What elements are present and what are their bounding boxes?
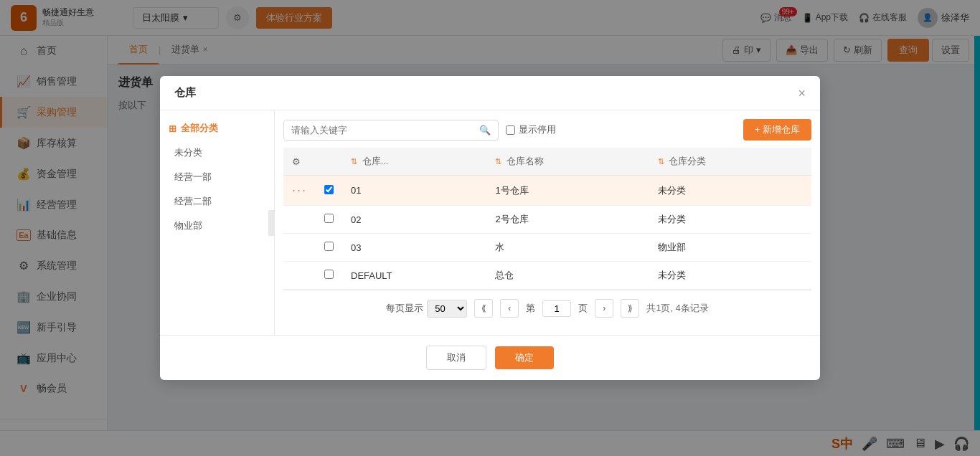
show-disabled-text: 显示停用 [519,123,556,136]
page-input[interactable] [542,300,571,317]
row-name: 水 [486,234,649,262]
category-collapse-button[interactable]: 《 [268,210,275,236]
category-grid-icon: ⊞ [169,123,176,134]
row-more-icon[interactable]: ··· [292,183,307,197]
modal-overlay[interactable]: 仓库 × ⊞ 全部分类 未分类 经营一部 经营二部 物业部 《 [0,0,980,456]
row-number: 02 [342,206,486,234]
page-prev-button[interactable]: ‹ [500,299,519,318]
table-body: ··· 01 1号仓库 未分类 02 2号仓库 未分类 03 水 物业部 [283,176,811,290]
table-row[interactable]: 02 2号仓库 未分类 [283,206,811,234]
category-all[interactable]: ⊞ 全部分类 [160,116,274,141]
page-size-dropdown[interactable]: 102050100 [427,300,467,318]
th-category[interactable]: ⇅ 仓库分类 [649,148,811,176]
th-number[interactable]: ⇅ 仓库... [342,148,486,176]
table-toolbar: 🔍 显示停用 + 新增仓库 [283,119,811,141]
modal-header: 仓库 × [160,76,820,110]
sort-number-icon: ⇅ [351,157,357,166]
page-size-label: 每页显示 [386,302,423,315]
category-item-2[interactable]: 经营二部 [160,189,274,214]
row-category: 未分类 [649,262,811,290]
warehouse-table: ⚙ ⇅ 仓库... ⇅ 仓库名称 [283,148,811,290]
sort-name-icon: ⇅ [495,157,501,166]
row-check-cell [316,206,342,234]
row-actions-cell: ··· [283,176,316,206]
modal-body: ⊞ 全部分类 未分类 经营一部 经营二部 物业部 《 🔍 [160,110,820,335]
th-settings[interactable]: ⚙ [283,148,316,176]
row-category: 未分类 [649,176,811,206]
pagination: 每页显示 102050100 ⟪ ‹ 第 页 › ⟫ 共1页, 4条记录 [283,290,811,326]
category-panel: ⊞ 全部分类 未分类 经营一部 经营二部 物业部 《 [160,110,275,335]
row-category: 物业部 [649,234,811,262]
row-checkbox[interactable] [324,242,334,251]
row-number: DEFAULT [342,262,486,290]
cancel-button[interactable]: 取消 [426,346,486,370]
category-all-label: 全部分类 [181,122,218,135]
show-disabled-checkbox[interactable] [506,125,515,135]
page-last-button[interactable]: ⟫ [621,299,639,318]
modal-footer: 取消 确定 [160,335,820,380]
table-row[interactable]: ··· 01 1号仓库 未分类 [283,176,811,206]
add-warehouse-button[interactable]: + 新增仓库 [743,119,811,141]
row-name: 2号仓库 [486,206,649,234]
search-icon[interactable]: 🔍 [472,120,498,140]
modal-title: 仓库 [174,86,196,100]
table-scroll: ⚙ ⇅ 仓库... ⇅ 仓库名称 [283,148,811,290]
page-total: 共1页, 4条记录 [646,302,709,315]
modal-close-button[interactable]: × [798,87,806,100]
table-panel: 🔍 显示停用 + 新增仓库 ⚙ [275,110,820,335]
search-input[interactable] [284,120,472,140]
row-checkbox[interactable] [324,214,334,223]
page-first-button[interactable]: ⟪ [474,299,493,318]
warehouse-modal: 仓库 × ⊞ 全部分类 未分类 经营一部 经营二部 物业部 《 [160,76,820,380]
th-checkbox [316,148,342,176]
row-actions-cell [283,262,316,290]
th-name[interactable]: ⇅ 仓库名称 [486,148,649,176]
category-item-0[interactable]: 未分类 [160,141,274,165]
row-check-cell [316,234,342,262]
confirm-button[interactable]: 确定 [495,346,554,369]
table-header: ⚙ ⇅ 仓库... ⇅ 仓库名称 [283,148,811,176]
category-item-1[interactable]: 经营一部 [160,165,274,189]
row-category: 未分类 [649,206,811,234]
table-row[interactable]: 03 水 物业部 [283,234,811,262]
show-disabled-label[interactable]: 显示停用 [506,123,556,136]
row-number: 03 [342,234,486,262]
row-name: 1号仓库 [486,176,649,206]
row-number: 01 [342,176,486,206]
page-next-button[interactable]: › [595,299,613,318]
sort-category-icon: ⇅ [658,157,664,166]
row-checkbox[interactable] [324,270,334,279]
row-name: 总仓 [486,262,649,290]
page-size-select: 每页显示 102050100 [386,300,467,318]
row-actions-cell [283,234,316,262]
table-row[interactable]: DEFAULT 总仓 未分类 [283,262,811,290]
page-unit: 页 [578,302,588,315]
search-input-wrap: 🔍 [283,120,499,141]
page-label: 第 [526,302,535,315]
category-item-3[interactable]: 物业部 [160,214,274,238]
row-check-cell [316,176,342,206]
row-actions-cell [283,206,316,234]
row-check-cell [316,262,342,290]
table-gear-icon: ⚙ [292,156,301,167]
row-checkbox[interactable] [324,185,334,194]
